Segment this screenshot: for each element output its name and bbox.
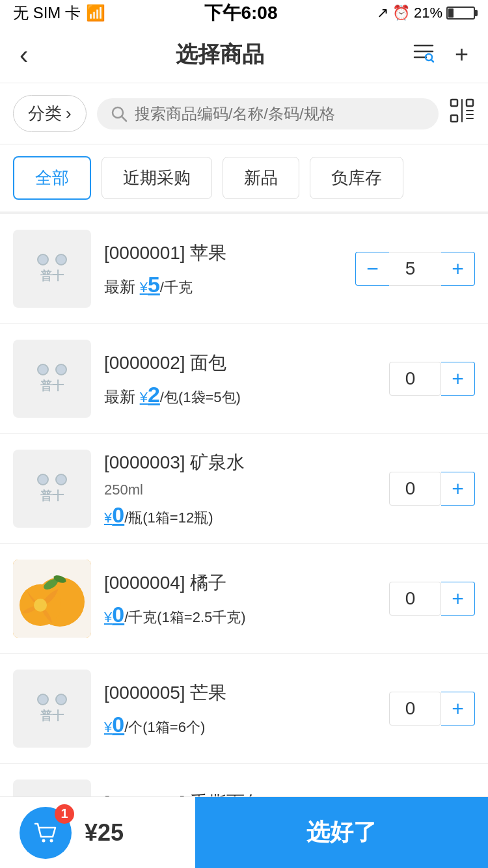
quantity-input-5[interactable] bbox=[389, 692, 441, 726]
battery-percent: 21% bbox=[414, 5, 442, 21]
tab-new[interactable]: 新品 bbox=[223, 157, 299, 199]
quantity-input-4[interactable] bbox=[389, 582, 441, 616]
product-info-3: [0000003] 矿泉水 250ml ¥0/瓶(1箱=12瓶) bbox=[104, 450, 376, 528]
increase-button-5[interactable]: + bbox=[441, 692, 475, 726]
product-spec-3: 250ml bbox=[104, 481, 376, 498]
list-item: [0000004] 橘子 ¥0/千克(1箱=2.5千克) + bbox=[0, 544, 488, 654]
svg-point-22 bbox=[50, 839, 53, 842]
list-item: 普十 [0000005] 芒果 ¥0/个(1箱=6个) + bbox=[0, 654, 488, 764]
product-image-3: 普十 bbox=[13, 450, 91, 528]
price-currency-1: ¥ bbox=[140, 279, 148, 295]
quantity-control-5: + bbox=[389, 692, 475, 726]
list-item: 普十 [0000001] 苹果 最新 ¥5/千克 − + bbox=[0, 214, 488, 324]
tab-all[interactable]: 全部 bbox=[13, 156, 91, 200]
filter-icon[interactable] bbox=[412, 40, 435, 69]
list-item: 普十 [0000002] 面包 最新 ¥2/包(1袋=5包) + bbox=[0, 324, 488, 434]
product-image-1: 普十 bbox=[13, 230, 91, 308]
product-image-5: 普十 bbox=[13, 670, 91, 748]
location-icon: ↗ bbox=[377, 5, 388, 21]
cart-icon bbox=[31, 819, 60, 847]
nav-right-actions: + bbox=[412, 40, 468, 69]
product-list: 普十 [0000001] 苹果 最新 ¥5/千克 − + bbox=[0, 214, 488, 868]
product-price-4: ¥0/千克(1箱=2.5千克) bbox=[104, 602, 376, 627]
quantity-control-3: + bbox=[389, 472, 475, 506]
product-image-4 bbox=[13, 560, 91, 638]
product-name-3: [0000003] 矿泉水 bbox=[104, 450, 376, 475]
svg-rect-7 bbox=[451, 100, 457, 106]
quantity-input-3[interactable] bbox=[389, 472, 441, 506]
increase-button-1[interactable]: + bbox=[441, 252, 475, 286]
owl-logo: 普十 bbox=[37, 254, 67, 284]
list-item: 普十 [0000003] 矿泉水 250ml ¥0/瓶(1箱=12瓶) + bbox=[0, 434, 488, 544]
search-box bbox=[97, 98, 439, 129]
product-price-5: ¥0/个(1箱=6个) bbox=[104, 712, 376, 737]
wifi-icon: 📶 bbox=[86, 4, 105, 22]
product-name-5: [0000005] 芒果 bbox=[104, 681, 376, 705]
svg-point-21 bbox=[42, 839, 46, 842]
tab-recent[interactable]: 近期采购 bbox=[102, 157, 212, 199]
status-time: 下午6:08 bbox=[204, 1, 277, 25]
carrier-label: 无 SIM 卡 bbox=[13, 3, 81, 23]
confirm-button[interactable]: 选好了 bbox=[195, 797, 488, 869]
svg-rect-9 bbox=[451, 115, 457, 122]
quantity-control-1: − + bbox=[355, 252, 475, 286]
product-name-4: [0000004] 橘子 bbox=[104, 571, 376, 595]
back-button[interactable]: ‹ bbox=[20, 42, 28, 68]
product-price-3: ¥0/瓶(1箱=12瓶) bbox=[104, 502, 376, 528]
scan-icon[interactable] bbox=[449, 98, 475, 129]
product-price-2: 最新 ¥2/包(1袋=5包) bbox=[104, 382, 376, 407]
status-right: ↗ ⏰ 21% bbox=[377, 5, 475, 21]
decrease-button-1[interactable]: − bbox=[355, 252, 389, 286]
svg-line-4 bbox=[431, 60, 433, 62]
product-name-2: [0000002] 面包 bbox=[104, 351, 376, 375]
svg-rect-8 bbox=[467, 100, 473, 106]
svg-point-18 bbox=[34, 599, 47, 612]
quantity-control-2: + bbox=[389, 362, 475, 396]
category-arrow: › bbox=[66, 103, 72, 124]
svg-line-6 bbox=[122, 116, 126, 121]
tab-negative-stock[interactable]: 负库存 bbox=[310, 157, 403, 199]
tabs-row: 全部 近期采购 新品 负库存 bbox=[0, 144, 488, 214]
search-icon bbox=[110, 105, 128, 123]
filter-row: 分类 › bbox=[0, 83, 488, 144]
cart-icon-button[interactable]: 1 bbox=[20, 807, 72, 859]
quantity-input-1[interactable] bbox=[389, 252, 441, 286]
increase-button-4[interactable]: + bbox=[441, 582, 475, 616]
cart-badge: 1 bbox=[55, 804, 74, 824]
product-info-2: [0000002] 面包 最新 ¥2/包(1袋=5包) bbox=[104, 351, 376, 407]
svg-point-5 bbox=[113, 107, 123, 118]
product-info-5: [0000005] 芒果 ¥0/个(1箱=6个) bbox=[104, 681, 376, 737]
quantity-control-4: + bbox=[389, 582, 475, 616]
product-info-4: [0000004] 橘子 ¥0/千克(1箱=2.5千克) bbox=[104, 571, 376, 627]
quantity-input-2[interactable] bbox=[389, 362, 441, 396]
search-input[interactable] bbox=[135, 105, 426, 123]
status-bar: 无 SIM 卡 📶 下午6:08 ↗ ⏰ 21% bbox=[0, 0, 488, 26]
page-title: 选择商品 bbox=[176, 40, 264, 70]
product-name-1: [0000001] 苹果 bbox=[104, 241, 342, 265]
product-image-2: 普十 bbox=[13, 340, 91, 418]
nav-bar: ‹ 选择商品 + bbox=[0, 26, 488, 83]
cart-area: 1 ¥25 bbox=[0, 807, 195, 859]
alarm-icon: ⏰ bbox=[392, 5, 410, 21]
product-info-1: [0000001] 苹果 最新 ¥5/千克 bbox=[104, 241, 342, 297]
cart-total: ¥25 bbox=[85, 819, 124, 847]
product-price-1: 最新 ¥5/千克 bbox=[104, 272, 342, 297]
status-left: 无 SIM 卡 📶 bbox=[13, 3, 105, 23]
category-button[interactable]: 分类 › bbox=[13, 95, 87, 132]
bottom-bar: 1 ¥25 选好了 bbox=[0, 796, 488, 868]
increase-button-3[interactable]: + bbox=[441, 472, 475, 506]
increase-button-2[interactable]: + bbox=[441, 362, 475, 396]
add-icon[interactable]: + bbox=[455, 41, 468, 68]
battery-icon bbox=[446, 7, 475, 20]
